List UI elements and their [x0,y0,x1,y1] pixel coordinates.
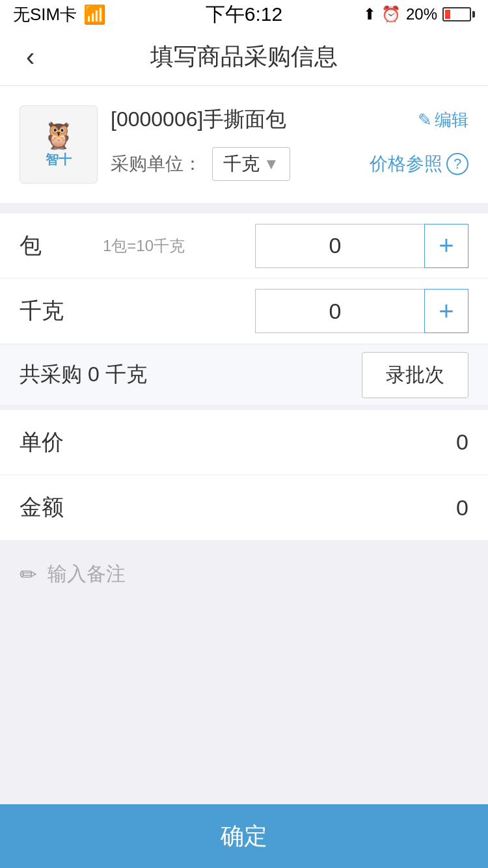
wifi-icon: 📶 [83,4,106,25]
unit-value: 千克 [223,152,260,176]
carrier-text: 无SIM卡 [13,3,77,26]
battery-icon [442,7,475,21]
unit-label-text: 采购单位： [111,152,202,176]
edit-icon: ✎ [418,110,432,130]
pencil-icon: ✏ [20,562,37,587]
kg-row: 千克 + [0,278,488,344]
summary-text: 共采购 0 千克 [20,360,147,389]
product-card: 🦉 智十 [0000006]手撕面包 ✎ 编辑 采购单位： 千克 ▼ 价格参照 … [0,86,488,208]
price-ref-label: 价格参照 [370,152,442,176]
price-section: 单价 0 金额 0 [0,410,488,540]
unit-select[interactable]: 千克 ▼ [212,147,290,181]
product-info: [0000006]手撕面包 ✎ 编辑 采购单位： 千克 ▼ 价格参照 ? [111,105,468,181]
nav-bar: ‹ 填写商品采购信息 [0,29,488,86]
status-bar-time: 下午6:12 [206,1,282,28]
unit-price-label: 单价 [20,427,64,457]
bag-plus-button[interactable]: + [424,224,468,268]
amount-label: 金额 [20,493,64,522]
kg-input[interactable] [255,289,424,333]
bag-input-wrap: + [255,224,468,268]
kg-input-wrap: + [255,289,468,333]
bag-row: 包 1包=10千克 + [0,213,488,278]
product-name: [0000006]手撕面包 [111,105,286,134]
product-thumbnail: 🦉 智十 [20,105,98,183]
status-bar: 无SIM卡 📶 下午6:12 ⬆ ⏰ 20% [0,0,488,29]
back-button[interactable]: ‹ [20,36,41,78]
battery-text: 20% [406,5,437,23]
notes-placeholder: 输入备注 [47,561,126,588]
amount-value: 0 [456,495,468,521]
status-bar-left: 无SIM卡 📶 [13,3,106,26]
nav-title: 填写商品采购信息 [150,41,338,73]
record-batch-button[interactable]: 录批次 [362,352,468,398]
bag-sublabel: 1包=10千克 [103,236,255,256]
location-icon: ⬆ [363,5,376,23]
kg-plus-button[interactable]: + [424,289,468,333]
edit-label: 编辑 [435,109,468,131]
product-name-row: [0000006]手撕面包 ✎ 编辑 [111,105,468,134]
edit-button[interactable]: ✎ 编辑 [418,109,468,131]
thumbnail-text: 智十 [46,151,72,169]
unit-row: 采购单位： 千克 ▼ 价格参照 ? [111,147,468,181]
price-ref-button[interactable]: 价格参照 ? [370,152,468,176]
chevron-down-icon: ▼ [264,155,279,173]
bottom-spacer [0,698,488,761]
kg-label: 千克 [20,296,98,326]
input-section: 包 1包=10千克 + 千克 + [0,213,488,344]
status-bar-right: ⬆ ⏰ 20% [363,5,475,23]
notes-section[interactable]: ✏ 输入备注 [0,541,488,698]
summary-row: 共采购 0 千克 录批次 [0,345,488,410]
bag-label: 包 [20,231,98,261]
unit-price-row: 单价 0 [0,410,488,475]
alarm-icon: ⏰ [381,5,401,23]
confirm-bar[interactable]: 确定 [0,804,488,868]
owl-icon: 🦉 [42,120,75,151]
bag-input[interactable] [255,224,424,268]
question-icon: ? [446,153,468,175]
unit-price-value: 0 [456,429,468,455]
confirm-button[interactable]: 确定 [221,821,267,852]
divider-1 [0,208,488,213]
amount-row: 金额 0 [0,475,488,540]
